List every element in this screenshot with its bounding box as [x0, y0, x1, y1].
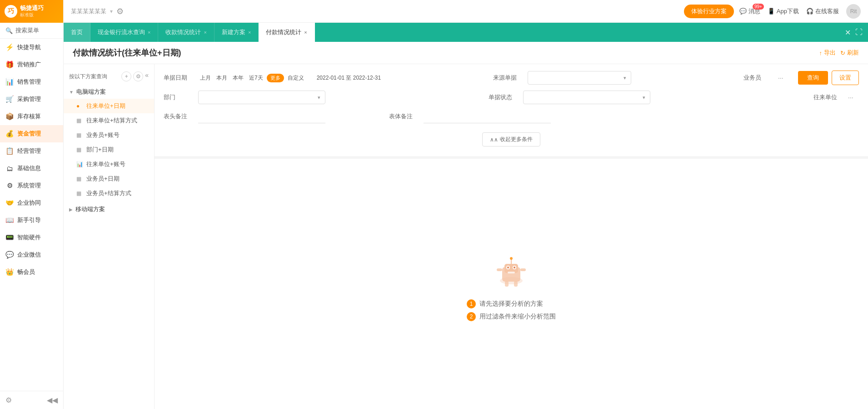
body-note-input[interactable] — [424, 110, 551, 123]
scheme-item-1[interactable]: ▦ 往来单位+结算方式 — [64, 113, 154, 128]
tab-pay-stat[interactable]: 付款情况统计 × — [259, 23, 314, 42]
settings-footer-icon[interactable]: ⚙ — [5, 396, 12, 404]
refresh-btn[interactable]: ↻ 刷新 — [840, 49, 859, 57]
scheme-group-mobile-header[interactable]: ▶ 移动端方案 — [64, 202, 154, 216]
collapse-filters-btn[interactable]: ∧∧ 收起更多条件 — [482, 132, 540, 146]
close-cash-flow-icon[interactable]: × — [148, 30, 150, 35]
sidebar-item-quick-nav[interactable]: ⚡ 快捷导航 — [0, 39, 63, 56]
left-panel: 按以下方案查询 + ⚙ « — [64, 64, 155, 409]
tab-pay-stat-label: 付款情况统计 — [266, 28, 301, 36]
dropdown-arrow-icon[interactable]: ▾ — [110, 8, 113, 15]
filter-row-3: 表头备注 表体备注 — [164, 110, 859, 123]
sidebar-item-marketing[interactable]: 🎁 营销推广 — [0, 56, 63, 73]
sidebar-item-wechat[interactable]: 💬 企业微信 — [0, 246, 63, 263]
app-download-label: App下载 — [777, 7, 799, 15]
sidebar-header: 巧 畅捷通巧 标准版 — [0, 0, 63, 23]
scheme-item-6[interactable]: ▦ 业务员+结算方式 — [64, 186, 154, 201]
sidebar-item-label: 基础信息 — [17, 164, 41, 172]
messages-btn[interactable]: 💬 消息 99+ — [739, 7, 760, 15]
user-avatar[interactable]: Rit — [846, 4, 861, 19]
scheme-item-4[interactable]: 📊 往来单位+账号 — [64, 157, 154, 172]
tab-home[interactable]: 首页 — [64, 23, 90, 42]
finance-icon: 💰 — [5, 130, 14, 138]
date-btn-this-month[interactable]: 本月 — [215, 73, 229, 83]
sidebar-item-hardware[interactable]: 📟 智能硬件 — [0, 229, 63, 246]
doc-status-select[interactable]: ▾ — [523, 91, 650, 104]
close-all-tabs-icon[interactable]: ✕ — [845, 28, 851, 37]
close-pay-stat-icon[interactable]: × — [304, 30, 307, 35]
date-btn-this-year[interactable]: 本年 — [231, 73, 245, 83]
tab-cash-flow[interactable]: 现金银行流水查询 × — [90, 23, 158, 42]
date-btn-custom[interactable]: 自定义 — [286, 73, 306, 83]
collapse-up-icon: ∧∧ — [490, 136, 498, 143]
date-btn-more[interactable]: 更多 — [267, 74, 284, 82]
topbar-left: 某某某某某某 ▾ ⚙ — [71, 6, 678, 16]
scheme-item-label-0: 往来单位+日期 — [86, 102, 125, 110]
scheme-header-actions: + ⚙ « — [121, 71, 149, 81]
scheme-item-3[interactable]: ▦ 部门+日期 — [64, 142, 154, 157]
search-menu[interactable]: 🔍 搜索菜单 — [0, 23, 63, 39]
sidebar-item-basic[interactable]: 🗂 基础信息 — [0, 160, 63, 177]
sidebar-item-inventory[interactable]: 📦 库存核算 — [0, 108, 63, 125]
query-btn[interactable]: 查询 — [798, 71, 828, 85]
app-icon: 📱 — [768, 8, 775, 15]
counterparty-dots[interactable]: ··· — [848, 94, 859, 101]
search-label: 搜索菜单 — [15, 26, 39, 35]
collapse-btn-row: ∧∧ 收起更多条件 — [164, 129, 859, 150]
header-note-input[interactable] — [198, 110, 325, 123]
add-scheme-btn[interactable]: + — [121, 71, 131, 81]
scheme-group-desktop-header[interactable]: ▼ 电脑端方案 — [64, 85, 154, 99]
sidebar-item-finance[interactable]: 💰 资金管理 — [0, 125, 63, 142]
date-btn-last-month[interactable]: 上月 — [198, 73, 213, 83]
sidebar-item-system[interactable]: ⚙ 系统管理 — [0, 177, 63, 194]
sidebar-item-member[interactable]: 👑 畅会员 — [0, 263, 63, 281]
message-icon: 💬 — [739, 8, 747, 15]
date-range-value: 2022-01-01 至 2022-12-31 — [317, 74, 381, 82]
tab-new-scheme-label: 新建方案 — [222, 28, 245, 36]
svg-point-9 — [510, 257, 513, 260]
sidebar-item-guide[interactable]: 📖 新手引导 — [0, 212, 63, 229]
sidebar-item-enterprise[interactable]: 🤝 企业协同 — [0, 194, 63, 212]
svg-rect-7 — [508, 272, 515, 273]
sidebar-item-sales[interactable]: 📊 销售管理 — [0, 73, 63, 91]
empty-robot-illustration — [489, 247, 534, 292]
trial-btn[interactable]: 体验行业方案 — [684, 5, 734, 18]
close-new-scheme-icon[interactable]: × — [248, 30, 251, 35]
topbar-settings-icon[interactable]: ⚙ — [116, 6, 124, 16]
search-icon: 🔍 — [5, 27, 13, 34]
online-service-btn[interactable]: 🎧 在线客服 — [806, 7, 839, 15]
filter-area: 单据日期 上月 本月 本年 近7天 更多 自定义 2022-01-01 至 20… — [155, 64, 868, 157]
app-download-btn[interactable]: 📱 App下载 — [768, 7, 799, 15]
sidebar-item-purchase[interactable]: 🛒 采购管理 — [0, 91, 63, 108]
settings-scheme-btn[interactable]: ⚙ — [133, 71, 143, 81]
group-arrow-icon: ▼ — [69, 90, 74, 95]
logo-sub: 标准版 — [20, 12, 44, 18]
tab-cash-flow-label: 现金银行流水查询 — [98, 28, 145, 36]
maximize-icon[interactable]: ⛶ — [855, 28, 863, 36]
source-dropdown-icon: ▾ — [624, 75, 626, 81]
collapse-sidebar-icon[interactable]: ◀◀ — [47, 396, 58, 404]
salesperson-dots[interactable]: ··· — [778, 74, 789, 81]
inventory-icon: 📦 — [5, 112, 14, 121]
export-label: 导出 — [824, 49, 836, 57]
tab-payment-stat[interactable]: 收款情况统计 × — [158, 23, 214, 42]
quick-nav-icon: ⚡ — [5, 43, 14, 51]
export-btn[interactable]: ↑ 导出 — [819, 49, 836, 57]
scheme-item-5[interactable]: ▦ 业务员+日期 — [64, 172, 154, 186]
scheme-item-0[interactable]: ● 往来单位+日期 — [64, 99, 154, 113]
sidebar-item-operation[interactable]: 📋 经营管理 — [0, 142, 63, 160]
tab-new-scheme[interactable]: 新建方案 × — [215, 23, 259, 42]
close-payment-stat-icon[interactable]: × — [204, 30, 206, 35]
svg-point-5 — [507, 267, 509, 268]
source-select[interactable]: ▾ — [528, 71, 632, 85]
dept-select[interactable]: ▾ — [198, 91, 325, 104]
dept-label: 部门 — [164, 93, 189, 101]
collapse-panel-btn[interactable]: « — [145, 71, 149, 81]
filter-settings-btn[interactable]: 设置 — [832, 71, 859, 85]
tabbar-right-controls: ✕ ⛶ — [839, 23, 868, 42]
source-label: 来源单据 — [493, 74, 519, 82]
scheme-item-icon-3: ▦ — [76, 146, 84, 153]
date-btn-last-7-days[interactable]: 近7天 — [247, 73, 265, 83]
scheme-item-2[interactable]: ▦ 业务员+账号 — [64, 128, 154, 142]
svg-rect-12 — [505, 281, 509, 287]
